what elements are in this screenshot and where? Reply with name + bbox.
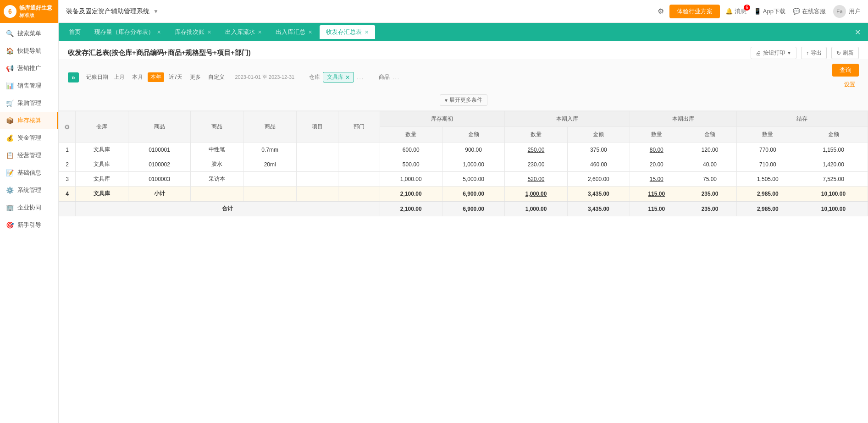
subtotal-label: 小计 [128, 187, 190, 202]
sidebar-menu: 🔍 搜索菜单 🏠 快捷导航 📢 营销推广 📊 销售管理 🛒 采购管理 📦 库存核… [0, 23, 58, 423]
sidebar-item-purchase[interactable]: 🛒 采购管理 [0, 94, 58, 112]
sidebar-item-system[interactable]: ⚙️ 系统管理 [0, 181, 58, 199]
tab-summary[interactable]: 出入库汇总 ✕ [269, 25, 319, 39]
table-footer: 合计 2,100.00 6,900.00 1,000.00 3,435.00 1… [59, 201, 868, 216]
row2-project [297, 157, 338, 172]
logo-text: 畅库通好生意 标准版 [19, 5, 52, 18]
online-service-link[interactable]: 💬 在线客服 [793, 7, 826, 16]
row1-name: 中性笔 [191, 143, 243, 157]
sidebar-item-finance[interactable]: 💰 资金管理 [0, 129, 58, 147]
refresh-btn[interactable]: ↻ 刷新 [831, 47, 859, 59]
subtotal-bal-qty: 2,985.00 [736, 187, 799, 202]
purchase-icon: 🛒 [6, 99, 14, 107]
table-header-row1: ⚙ 仓库 商品 商品 商品 项目 部门 库存期初 本期入库 本期出库 结存 [59, 111, 868, 127]
col-spec-header: 商品 [243, 111, 297, 143]
tab-batch[interactable]: 库存批次账 ✕ [168, 25, 218, 39]
total-init-amt: 6,900.00 [442, 201, 504, 216]
user-area[interactable]: Ea 用户 [833, 5, 861, 18]
topbar: 装备及固定资产辅助管理系统 ▼ ⚙ 体验行业方案 🔔 6 消息 📱 App下载 … [59, 0, 868, 23]
table-row: 2 文具库 0100002 胶水 20ml 500.00 1,000.00 23… [59, 157, 868, 172]
date-btn-this-month[interactable]: 本月 [129, 72, 146, 82]
sidebar-item-search[interactable]: 🔍 搜索菜单 [0, 25, 58, 42]
sidebar-item-inventory[interactable]: 📦 库存核算 [0, 112, 58, 129]
col-init-stock-header: 库存期初 [380, 111, 505, 127]
goods-more-dots[interactable]: ... [393, 74, 400, 81]
date-btn-this-year[interactable]: 本年 [148, 72, 164, 82]
date-btn-more[interactable]: 更多 [187, 72, 204, 82]
row2-bal-amt: 1,420.00 [799, 157, 868, 172]
filter-settings-btn[interactable]: 设置 [840, 78, 859, 91]
warehouse-tag[interactable]: 文具库 ✕ [323, 72, 354, 82]
app-download-link[interactable]: 📱 App下载 [754, 7, 785, 16]
date-btn-last-month[interactable]: 上月 [111, 72, 127, 82]
filter-toggle-btn[interactable]: » [68, 72, 79, 82]
tab-stock-dist[interactable]: 现存量（库存分布表） ✕ [88, 25, 167, 39]
search-icon: 🔍 [6, 30, 14, 37]
row2-no: 2 [59, 157, 76, 172]
table-body: 1 文具库 0100001 中性笔 0.7mm 600.00 900.00 25… [59, 143, 868, 202]
sidebar-item-basic[interactable]: 📝 基础信息 [0, 164, 58, 181]
subtotal-out-qty[interactable]: 115.00 [630, 187, 683, 202]
col-settings[interactable]: ⚙ [59, 111, 76, 143]
warehouse-more-dots[interactable]: ... [357, 74, 364, 81]
sidebar-item-enterprise[interactable]: 🏢 企业协同 [0, 199, 58, 216]
notification-bell[interactable]: 🔔 6 消息 [725, 7, 746, 16]
enterprise-icon: 🏢 [6, 204, 14, 211]
settings-icon[interactable]: ⚙ [658, 7, 664, 16]
row1-out-qty[interactable]: 80.00 [630, 143, 683, 157]
experience-btn[interactable]: 体验行业方案 [669, 5, 720, 18]
row3-in-qty[interactable]: 520.00 [505, 172, 567, 187]
guide-icon: 🎯 [6, 221, 14, 229]
row2-warehouse: 文具库 [76, 157, 128, 172]
sidebar-logo: 6 畅库通好生意 标准版 [0, 0, 58, 23]
tab-close-flow[interactable]: ✕ [258, 29, 262, 35]
col-out-stock-header: 本期出库 [630, 111, 736, 127]
marketing-icon: 📢 [6, 65, 14, 72]
tab-close-summary[interactable]: ✕ [308, 29, 312, 35]
row3-spec [243, 172, 297, 187]
print-btn[interactable]: 🖨 按钮打印 ▼ [751, 47, 796, 59]
row2-out-qty[interactable]: 20.00 [630, 157, 683, 172]
sidebar-item-marketing[interactable]: 📢 营销推广 [0, 60, 58, 77]
table-settings-icon: ⚙ [64, 123, 70, 131]
row1-spec: 0.7mm [243, 143, 297, 157]
sidebar-item-guide[interactable]: 🎯 新手引导 [0, 216, 58, 234]
data-table: ⚙ 仓库 商品 商品 商品 项目 部门 库存期初 本期入库 本期出库 结存 [59, 111, 868, 216]
row3-init-qty: 1,000.00 [380, 172, 442, 187]
row1-project [297, 143, 338, 157]
inventory-icon: 📦 [6, 117, 14, 124]
col-init-qty-header: 数量 [380, 127, 442, 143]
tab-home[interactable]: 首页 [62, 25, 87, 39]
tab-close-receive-send[interactable]: ✕ [365, 29, 369, 35]
subtotal-out-amt: 235.00 [683, 187, 736, 202]
subtotal-empty2 [243, 187, 297, 202]
row3-out-qty[interactable]: 15.00 [630, 172, 683, 187]
date-btn-custom[interactable]: 自定义 [205, 72, 227, 82]
sidebar-item-operations[interactable]: 📋 经营管理 [0, 147, 58, 164]
subtotal-init-qty: 2,100.00 [380, 187, 442, 202]
expand-more-btn[interactable]: ▾ 展开更多条件 [440, 94, 487, 106]
tab-close-stock-dist[interactable]: ✕ [157, 29, 161, 35]
sidebar-item-sales[interactable]: 📊 销售管理 [0, 77, 58, 94]
row3-no: 3 [59, 172, 76, 187]
col-name-header: 商品 [191, 111, 243, 143]
export-btn[interactable]: ↑ 导出 [801, 47, 827, 59]
sidebar-item-quicknav[interactable]: 🏠 快捷导航 [0, 42, 58, 60]
col-in-stock-header: 本期入库 [505, 111, 630, 127]
row1-no: 1 [59, 143, 76, 157]
row2-in-qty[interactable]: 230.00 [505, 157, 567, 172]
row1-dept [338, 143, 380, 157]
row1-bal-qty: 770.00 [736, 143, 799, 157]
tab-flow[interactable]: 出入库流水 ✕ [219, 25, 268, 39]
row1-in-qty[interactable]: 250.00 [505, 143, 567, 157]
date-btn-7days[interactable]: 近7天 [166, 72, 186, 82]
tab-close-batch[interactable]: ✕ [207, 29, 211, 35]
subtotal-in-qty[interactable]: 1,000.00 [505, 187, 567, 202]
tab-close-all[interactable]: ✕ [851, 26, 864, 38]
query-btn[interactable]: 查询 [832, 64, 859, 77]
row3-bal-amt: 7,525.00 [799, 172, 868, 187]
col-init-amt-header: 金额 [442, 127, 504, 143]
tab-receive-send[interactable]: 收发存汇总表 ✕ [320, 25, 375, 39]
warehouse-remove-btn[interactable]: ✕ [345, 74, 350, 81]
avatar: Ea [833, 5, 846, 18]
